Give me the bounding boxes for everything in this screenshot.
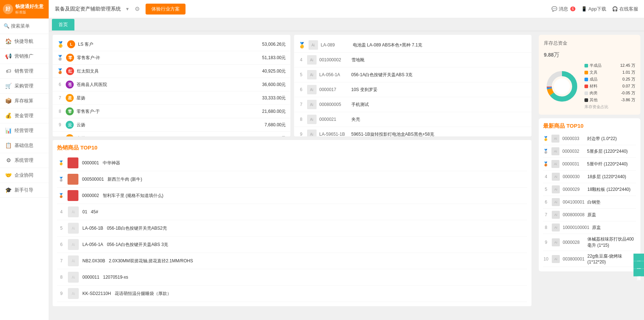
- medal-silver-icon: 🥈: [57, 55, 63, 61]
- inventory-card: 库存总资金 9.88万: [539, 35, 640, 115]
- customer-amount: 7,563.00元: [265, 135, 286, 137]
- search-menu-btn[interactable]: 🔍 搜索菜单: [4, 21, 45, 31]
- product-scroll[interactable]: 🥇 Ai LA-089 电池盖 LA-089 ABS本色+黑种 7.1克 4 A…: [294, 35, 532, 136]
- product-thumbnail: Ai: [307, 85, 317, 94]
- legend-item: 半成品 12.45 万: [584, 63, 635, 68]
- list-item: 8 Ai 10000100001 原盅: [543, 221, 636, 234]
- rank-number: 4: [543, 174, 549, 179]
- product-name: 59651-1B旋转投影灯电池盒ABS黑色+58克: [351, 131, 527, 137]
- product-name: 5厘中纤 (1220*2440): [587, 161, 636, 167]
- product-code: LA-59651-1B: [319, 132, 349, 136]
- table-row: 9 云 云扬 7,680.00元: [53, 118, 290, 132]
- hot-product-thumbnail: Ai: [68, 272, 79, 283]
- rank-number: 6: [58, 242, 64, 247]
- message-btn[interactable]: 💬 消息 6: [551, 6, 575, 12]
- app-download-btn[interactable]: 📱 App下载: [581, 6, 606, 12]
- customer-scroll[interactable]: 🥇 L LS 客户 53,006.26元 🥈 零 零售客户-许 51,183.0…: [53, 35, 290, 136]
- product-name: 封边带 (1.0*22): [587, 136, 636, 142]
- product-name: 白钢垫: [587, 199, 636, 205]
- list-item: 🥈 000500001 新西兰牛肉 (新牛): [57, 171, 527, 188]
- hot-product-thumbnail: [68, 174, 78, 185]
- legend-color-dot: [584, 71, 588, 74]
- basic-icon: 📋: [5, 142, 12, 149]
- product-name: 体械荔枝味苏打饮品400毫升 (1*15): [587, 236, 636, 249]
- hot-products-title: 热销商品 TOP10: [57, 144, 527, 151]
- sidebar-item-collab[interactable]: 🤝 企业协同: [0, 168, 49, 183]
- sidebar-item-system[interactable]: ⚙ 系统管理: [0, 153, 49, 168]
- latest-products-title: 最新商品 TOP10: [543, 123, 636, 130]
- table-row: 🥈 零 零售客户-许 51,183.00元: [53, 51, 290, 65]
- rank-number: 9: [57, 122, 63, 127]
- hot-products-list: 🥇 0000001 中华神器 🥈 000500001 新西兰牛肉 (新牛) 🥉: [57, 155, 527, 302]
- customer-service-btn[interactable]: 客服热线: [633, 254, 644, 261]
- finance-icon: 💰: [5, 112, 12, 119]
- sidebar-item-marketing[interactable]: 📢 营销推广: [0, 49, 49, 64]
- online-service-btn[interactable]: 🎧 在线客服: [612, 6, 638, 12]
- svg-point-5: [554, 78, 570, 94]
- sidebar-item-inventory[interactable]: 📦 库存核算: [0, 94, 49, 108]
- rank-number: 7: [543, 212, 549, 217]
- guide-icon: 🎓: [5, 187, 12, 193]
- product-code: 004100001: [563, 200, 584, 205]
- rank-number: 5: [58, 226, 64, 231]
- list-item: 5 Ai LA-056-1B 056-1B白色按键开关壳ABS2壳: [57, 220, 527, 237]
- sales-icon: 🏷: [5, 68, 12, 74]
- rank-number: 5: [543, 187, 549, 192]
- sidebar-item-sales[interactable]: 🏷 销售管理: [0, 64, 49, 79]
- sidebar-item-quicknav[interactable]: 🏠 快捷导航: [0, 34, 49, 49]
- legend-item: 其他 -3.86 万: [584, 97, 635, 103]
- legend-item: 成品 0.25 万: [584, 77, 635, 82]
- system-icon: ⚙: [5, 157, 12, 164]
- latest-product-thumbnail: Ai: [552, 211, 560, 219]
- product-name: 056-1A白色按键开关盖ABS 3克: [107, 242, 168, 248]
- product-name: 原盅: [592, 225, 636, 231]
- customer-name: 红太阳文具: [77, 68, 259, 74]
- product-code: 0000028: [563, 240, 584, 245]
- tab-bar: 首页: [49, 18, 644, 31]
- dropdown-arrow-icon[interactable]: ▼: [125, 7, 130, 12]
- service-community-btn[interactable]: 服务社区: [633, 261, 644, 269]
- search-area[interactable]: 🔍 搜索菜单: [0, 19, 49, 34]
- legend-color-dot: [584, 64, 588, 67]
- sidebar-item-guide[interactable]: 🎓 新手引导: [0, 183, 49, 198]
- phone-icon: 📱: [581, 6, 587, 12]
- product-panel: 🥇 Ai LA-089 电池盖 LA-089 ABS本色+黑种 7.1克 4 A…: [294, 35, 532, 136]
- hot-product-thumbnail: Ai: [68, 223, 79, 234]
- topbar-right: 💬 消息 6 📱 App下载 🎧 在线客服: [551, 6, 638, 12]
- customer-amount: 40,925.00元: [262, 68, 286, 74]
- product-name: 雪地靴: [351, 57, 527, 63]
- logo-text: 畅捷通好生意 标准版: [15, 4, 44, 15]
- list-item: 8 Ai 0000011 12070519-xs: [57, 269, 527, 286]
- inventory-icon: 📦: [5, 98, 12, 104]
- table-row: 6 Ai 0000017 10S 变刹罗妥: [294, 82, 532, 97]
- tab-home[interactable]: 首页: [52, 19, 74, 30]
- customer-avatar: 苍: [66, 81, 74, 89]
- product-code: 0000032: [562, 149, 584, 154]
- logo-icon: 好: [3, 4, 13, 14]
- live-stream-btn[interactable]: 直播: [633, 269, 644, 276]
- settings-icon[interactable]: ⚙: [135, 5, 140, 12]
- list-item: 🥉 0000002 智利车子里 (规格不知道填什么): [57, 188, 527, 204]
- list-item: 5 Ai 0000029 18颗粒板 (1220*2440): [543, 183, 636, 196]
- product-code: 10000100001: [563, 225, 589, 230]
- sidebar-item-operations[interactable]: 📊 经营管理: [0, 123, 49, 138]
- sidebar-item-basic-info[interactable]: 📋 基础信息: [0, 138, 49, 153]
- trial-btn[interactable]: 体验行业方案: [146, 4, 186, 15]
- table-row: 9 Ai LA-59651-1B 59651-1B旋转投影灯电池盒ABS黑色+5…: [294, 127, 532, 136]
- rank-number: 8: [543, 225, 549, 230]
- hot-product-thumbnail: [68, 157, 78, 168]
- system-name: 装备及固定资产辅助管理系统: [55, 6, 121, 12]
- product-code: 000500001: [82, 177, 104, 182]
- product-code: 0000017: [319, 87, 349, 92]
- product-thumbnail: Ai: [307, 115, 317, 124]
- table-row: 🥉 红 红太阳文具 40,925.00元: [53, 65, 290, 78]
- headset-icon: 🎧: [612, 6, 618, 12]
- customer-amount: 51,183.00元: [262, 55, 286, 61]
- sidebar-item-finance[interactable]: 💰 资金管理: [0, 108, 49, 123]
- rank-number: 6: [543, 200, 549, 205]
- product-code: LA-056-1A: [82, 242, 103, 247]
- sidebar-item-purchase[interactable]: 🛒 采购管理: [0, 79, 49, 94]
- table-row: 🥇 L LS 客户 53,006.26元: [53, 38, 290, 51]
- customer-amount: 33,333.00元: [262, 95, 286, 101]
- legend-color-dot: [584, 78, 588, 81]
